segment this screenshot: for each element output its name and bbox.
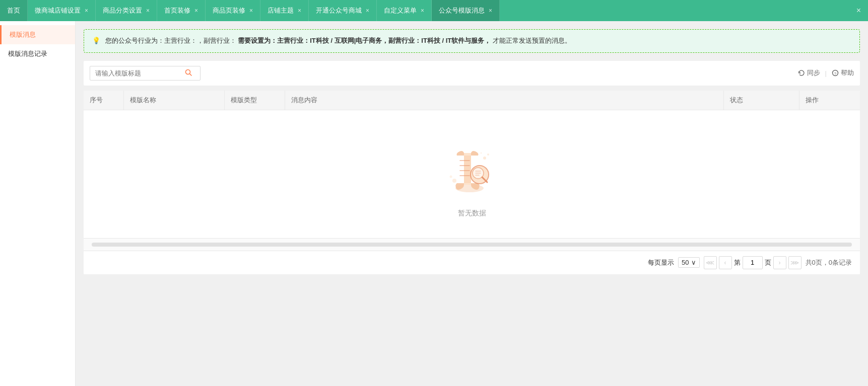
tab-template-msg-label: 公众号模版消息 bbox=[439, 6, 485, 15]
sidebar: 模版消息 模版消息记录 bbox=[0, 21, 76, 386]
tab-wsc-settings[interactable]: 微商城店铺设置 × bbox=[28, 0, 96, 21]
pagination: 每页显示 50 ∨ ⋘ ‹ 第 页 › ⋙ 共0页，0条记录 bbox=[84, 251, 860, 274]
tab-open-mall-label: 开通公众号商城 bbox=[316, 6, 362, 15]
svg-point-19 bbox=[452, 179, 456, 183]
tab-product-decor[interactable]: 商品页装修 × bbox=[206, 0, 260, 21]
page-size-arrow: ∨ bbox=[691, 259, 696, 266]
svg-point-20 bbox=[449, 175, 452, 178]
empty-illustration bbox=[442, 140, 502, 201]
tab-store-theme[interactable]: 店铺主题 × bbox=[260, 0, 309, 21]
svg-rect-5 bbox=[464, 153, 471, 185]
th-type: 模版类型 bbox=[225, 91, 285, 110]
page-number-input[interactable] bbox=[743, 256, 763, 269]
th-seq: 序号 bbox=[84, 91, 124, 110]
tab-product-decor-label: 商品页装修 bbox=[213, 6, 245, 15]
page-nav: ⋘ ‹ 第 页 › ⋙ bbox=[704, 256, 802, 269]
page-total: 共0页，0条记录 bbox=[806, 258, 852, 267]
tab-wsc-settings-label: 微商城店铺设置 bbox=[35, 6, 81, 15]
notice-icon: 💡 bbox=[92, 37, 100, 44]
help-label: 帮助 bbox=[841, 68, 854, 78]
help-icon: ? bbox=[832, 69, 839, 76]
notice-box: 💡 您的公众号行业为：主营行业：，副营行业： 需要设置为：主营行业：IT科技 /… bbox=[84, 29, 860, 53]
tab-home-label: 首页 bbox=[7, 6, 20, 15]
tab-home[interactable]: 首页 bbox=[0, 0, 28, 21]
sidebar-item-template-msg-record[interactable]: 模版消息记录 bbox=[0, 44, 75, 63]
sync-button[interactable]: 同步 bbox=[798, 68, 820, 78]
tab-product-category[interactable]: 商品分类设置 × bbox=[96, 0, 157, 21]
tab-open-mall[interactable]: 开通公众号商城 × bbox=[309, 0, 377, 21]
page-label-prefix: 第 bbox=[734, 258, 741, 267]
th-content: 消息内容 bbox=[285, 91, 724, 110]
table-header: 序号 模版名称 模版类型 消息内容 状态 操作 bbox=[84, 91, 860, 110]
toolbar: 同步 | ? 帮助 bbox=[84, 61, 860, 86]
th-status: 状态 bbox=[724, 91, 799, 110]
main-layout: 模版消息 模版消息记录 💡 您的公众号行业为：主营行业：，副营行业： 需要设置为… bbox=[0, 21, 868, 386]
tab-bar-close-all[interactable]: × bbox=[849, 6, 868, 15]
content-area: 💡 您的公众号行业为：主营行业：，副营行业： 需要设置为：主营行业：IT科技 /… bbox=[76, 21, 868, 386]
sync-label: 同步 bbox=[807, 68, 820, 78]
notice-suffix: 才能正常发送预置的消息。 bbox=[493, 37, 571, 44]
tab-open-mall-close[interactable]: × bbox=[366, 7, 369, 14]
tab-custom-menu[interactable]: 自定义菜单 × bbox=[377, 0, 432, 21]
svg-point-18 bbox=[480, 152, 482, 153]
search-icon bbox=[185, 69, 192, 76]
page-size-select[interactable]: 50 ∨ bbox=[678, 257, 699, 268]
page-prev-button[interactable]: ‹ bbox=[719, 256, 732, 269]
page-size-label: 每页显示 bbox=[648, 258, 674, 267]
page-label-suffix: 页 bbox=[765, 258, 771, 267]
sync-icon bbox=[798, 69, 805, 76]
page-first-button[interactable]: ⋘ bbox=[704, 256, 717, 269]
help-button[interactable]: ? 帮助 bbox=[832, 68, 854, 78]
tab-product-decor-close[interactable]: × bbox=[249, 7, 253, 14]
svg-line-1 bbox=[190, 73, 192, 75]
page-last-button[interactable]: ⋙ bbox=[788, 256, 802, 269]
notice-prefix: 您的公众号行业为：主营行业：，副营行业： bbox=[105, 37, 236, 44]
empty-state: 暂无数据 bbox=[84, 110, 860, 238]
sidebar-item-template-msg[interactable]: 模版消息 bbox=[0, 25, 75, 44]
horizontal-scrollbar[interactable] bbox=[92, 243, 852, 247]
notice-highlight: 需要设置为：主营行业：IT科技 / 互联网|电子商务，副营行业：IT科技 / I… bbox=[238, 37, 491, 44]
tab-wsc-settings-close[interactable]: × bbox=[85, 7, 88, 14]
tab-product-category-label: 商品分类设置 bbox=[103, 6, 142, 15]
tab-homepage-decor[interactable]: 首页装修 × bbox=[157, 0, 206, 21]
tab-homepage-decor-label: 首页装修 bbox=[164, 6, 190, 15]
tab-custom-menu-close[interactable]: × bbox=[421, 7, 424, 14]
toolbar-right: 同步 | ? 帮助 bbox=[798, 68, 854, 78]
tab-template-msg-close[interactable]: × bbox=[489, 7, 492, 14]
search-button[interactable] bbox=[181, 66, 196, 80]
tab-product-category-close[interactable]: × bbox=[146, 7, 150, 14]
tab-store-theme-label: 店铺主题 bbox=[268, 6, 294, 15]
search-input[interactable] bbox=[90, 67, 181, 80]
svg-point-17 bbox=[487, 153, 489, 156]
tab-store-theme-close[interactable]: × bbox=[298, 7, 301, 14]
tab-custom-menu-label: 自定义菜单 bbox=[384, 6, 417, 15]
page-next-button[interactable]: › bbox=[773, 256, 786, 269]
empty-text: 暂无数据 bbox=[458, 209, 486, 218]
search-box bbox=[90, 66, 201, 81]
toolbar-divider: | bbox=[825, 69, 827, 77]
svg-text:?: ? bbox=[834, 71, 837, 76]
tab-bar: 首页 微商城店铺设置 × 商品分类设置 × 首页装修 × 商品页装修 × 店铺主… bbox=[0, 0, 868, 21]
th-action: 操作 bbox=[799, 91, 860, 110]
th-name: 模版名称 bbox=[124, 91, 225, 110]
svg-point-16 bbox=[483, 157, 486, 160]
table-container: 序号 模版名称 模版类型 消息内容 状态 操作 bbox=[84, 91, 860, 274]
scroll-bar-area bbox=[84, 238, 860, 251]
tab-template-msg[interactable]: 公众号模版消息 × bbox=[432, 0, 500, 21]
page-size-value: 50 bbox=[682, 259, 689, 266]
tab-homepage-decor-close[interactable]: × bbox=[194, 7, 198, 14]
